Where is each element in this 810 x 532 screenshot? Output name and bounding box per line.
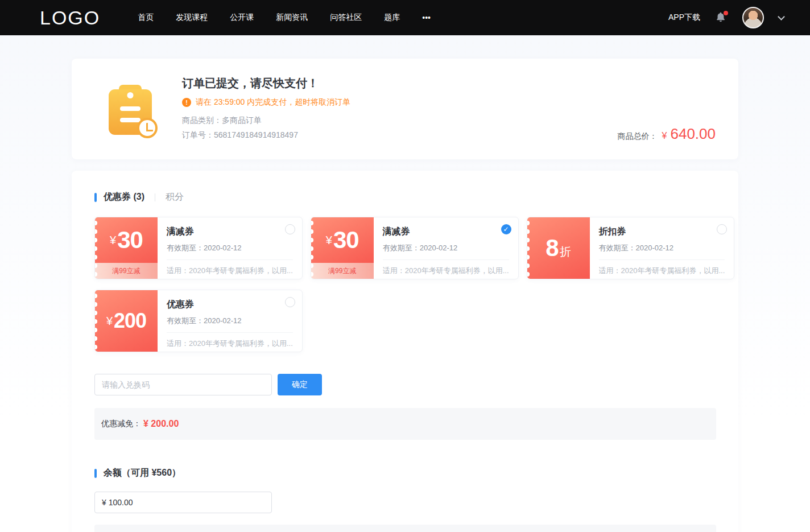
order-category-row: 商品类别：多商品订单 [182,113,350,127]
coupon-card-30-full-reduction[interactable]: ¥30 满99立减 满减券 有效期至：2020-02-12 适用：2020年考研… [94,217,303,279]
coupon-scope: 适用：2020年考研专属福利券，以用... [599,259,725,276]
nav-item-open-classes[interactable]: 公开课 [230,13,254,23]
coupon-radio-checked-icon[interactable] [501,224,511,234]
logo[interactable]: LOGO [40,7,100,29]
coupon-list: ¥30 满99立减 满减券 有效期至：2020-02-12 适用：2020年考研… [94,217,716,352]
coupon-stub: ¥30 满99立减 [311,217,374,279]
tab-divider [155,193,155,201]
order-submitted-banner: 订单已提交，请尽快支付！ ! 请在 23:59:00 内完成支付，超时将取消订单… [72,59,738,159]
coupon-stub: 8折 [527,217,590,279]
top-navigation-bar: LOGO 首页 发现课程 公开课 新闻资讯 问答社区 题库 ••• APP下载 [0,0,810,35]
coupon-radio-unchecked[interactable] [285,297,295,307]
nav-item-home[interactable]: 首页 [138,13,154,23]
coupon-radio-unchecked[interactable] [285,224,295,234]
nav-item-news[interactable]: 新闻资讯 [276,13,308,23]
coupon-expiry: 有效期至：2020-02-12 [599,243,725,253]
balance-title: 余额（可用 ¥560） [104,467,181,479]
coupon-scope: 适用：2020年考研专属福利券，以用... [383,259,509,276]
redeem-code-row: 确定 [94,374,716,395]
coupon-card-80-percent-discount[interactable]: 8折 折扣券 有效期至：2020-02-12 适用：2020年考研专属福利券，以… [527,217,735,279]
balance-section-header: 余额（可用 ¥560） [94,467,716,479]
payment-countdown-warning: ! 请在 23:59:00 内完成支付，超时将取消订单 [182,97,350,108]
coupon-title: 折扣券 [599,226,725,238]
coupon-expiry: 有效期至：2020-02-12 [167,243,293,253]
order-total-price: 商品总价： ¥ 640.00 [618,125,716,143]
coupon-stub: ¥200 [95,290,158,352]
coupon-title: 满减券 [167,226,293,238]
balance-amount-input[interactable] [94,492,272,513]
coupon-expiry: 有效期至：2020-02-12 [167,316,293,326]
coupon-title: 优惠券 [167,299,293,311]
order-number-row: 订单号：5681749184914918497 [182,127,350,142]
nav-right-group: APP下载 [668,7,784,28]
redeem-code-input[interactable] [94,374,272,395]
order-clipboard-clock-icon [105,83,156,136]
total-price-label: 商品总价： [618,131,658,142]
coupon-scope: 适用：2020年考研专属福利券，以用... [167,259,293,276]
coupon-expiry: 有效期至：2020-02-12 [383,243,509,253]
coupon-stub: ¥30 满99立减 [95,217,158,279]
total-price-value: 640.00 [670,125,716,143]
coupon-scope: 适用：2020年考研专属福利券，以用... [167,332,293,349]
tab-points[interactable]: 积分 [166,191,184,203]
payment-countdown-text: 请在 23:59:00 内完成支付，超时将取消订单 [196,97,350,108]
section-accent-bar [94,469,97,478]
total-price-currency: ¥ [662,131,667,141]
order-number-value: 5681749184914918497 [214,130,298,139]
coupon-section-header: 优惠券 (3) 积分 [94,191,716,203]
payment-summary-bar-partial [94,525,716,532]
coupon-card-200-voucher[interactable]: ¥200 优惠券 有效期至：2020-02-12 适用：2020年考研专属福利券… [94,290,303,352]
order-meta: 商品类别：多商品订单 订单号：5681749184914918497 [182,113,350,142]
tab-coupons[interactable]: 优惠券 (3) [104,191,144,203]
redeem-confirm-button[interactable]: 确定 [278,374,322,395]
clock-badge-icon [137,118,158,138]
notification-dot [724,11,728,15]
page-content: 订单已提交，请尽快支付！ ! 请在 23:59:00 内完成支付，超时将取消订单… [72,59,738,532]
order-info-block: 订单已提交，请尽快支付！ ! 请在 23:59:00 内完成支付，超时将取消订单… [182,76,350,142]
coupon-title: 满减券 [383,226,509,238]
discount-value: ¥ 200.00 [143,419,179,429]
discount-label: 优惠减免： [101,419,141,429]
chevron-down-icon[interactable] [778,13,785,20]
nav-more-ellipsis-icon[interactable]: ••• [422,13,431,22]
user-avatar[interactable] [742,7,764,28]
order-category-value: 多商品订单 [222,116,262,125]
payment-options-card: 优惠券 (3) 积分 ¥30 满99立减 满减券 有效期至：2020-02-12… [72,171,738,532]
coupon-condition-badge: 满99立减 [95,263,158,279]
notification-bell-icon[interactable] [715,11,728,24]
section-accent-bar [94,193,97,202]
nav-item-question-bank[interactable]: 题库 [384,13,400,23]
main-menu: 首页 发现课程 公开课 新闻资讯 问答社区 题库 ••• [138,13,431,23]
order-submitted-title: 订单已提交，请尽快支付！ [182,76,350,91]
coupon-condition-badge: 满99立减 [311,263,374,279]
discount-summary-bar: 优惠减免： ¥ 200.00 [94,408,716,440]
warning-exclamation-icon: ! [182,98,191,107]
app-download-link[interactable]: APP下载 [668,13,700,23]
coupon-card-30-full-reduction-selected[interactable]: ¥30 满99立减 满减券 有效期至：2020-02-12 适用：2020年考研… [311,217,519,279]
nav-item-qa-community[interactable]: 问答社区 [330,13,362,23]
nav-item-discover-courses[interactable]: 发现课程 [176,13,208,23]
